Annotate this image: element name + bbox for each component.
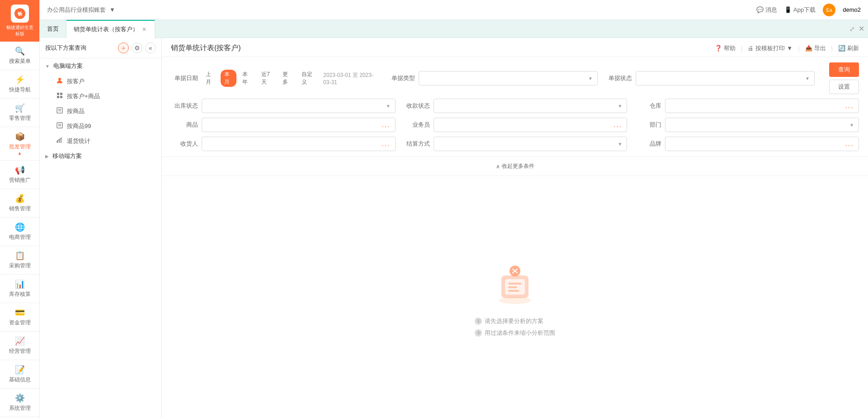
sidebar-item-search[interactable]: 🔍 搜索菜单 (0, 42, 39, 70)
warehouse-input[interactable]: ... (665, 99, 859, 113)
salesperson-label: 业务员 (403, 121, 430, 129)
export-btn[interactable]: 📤 导出 (805, 44, 826, 52)
salesperson-col: 业务员 ... (403, 118, 627, 132)
scheme-refund-stat[interactable]: 退货统计 (40, 133, 161, 148)
scheme-by-product-99[interactable]: 按商品99 (40, 119, 161, 133)
export-icon: 📤 (805, 45, 812, 52)
app-download-label: App下载 (793, 6, 816, 14)
tab-close-icon[interactable]: ✕ (141, 25, 147, 33)
message-icon: 💬 (756, 6, 764, 13)
date-btn-custom[interactable]: 自定义 (297, 69, 319, 87)
tab-bar: 首页 销货单统计表（按客户） ✕ ⤢ ✕ (40, 20, 868, 38)
page-header: 销货单统计表(按客户) ❓ 帮助 | 🖨 按模板打印 ▼ | 📤 (162, 38, 868, 57)
empty-tips: ① 请先选择要分析的方案 ② 用过滤条件来缩小分析范围 (475, 317, 555, 337)
tab-home[interactable]: 首页 (40, 20, 66, 38)
sidebar-item-marketing[interactable]: 📢 营销推广 (0, 161, 39, 189)
settings-btn[interactable]: 设置 (829, 80, 859, 94)
department-select[interactable]: ▼ (665, 118, 859, 132)
logo-icon: 畅 (11, 5, 29, 23)
message-label: 消息 (765, 6, 777, 14)
print-dropdown-icon: ▼ (787, 45, 793, 52)
tip-text-1: 请先选择要分析的方案 (485, 317, 543, 325)
print-btn[interactable]: 🖨 按模板打印 ▼ (748, 44, 793, 52)
date-quick-btns: 上月 本月 本年 近7天 更多 自定义 (202, 69, 319, 87)
filter-row-4: 收货人 ... 结算方式 ▼ 品牌 (171, 137, 859, 151)
sidebar-item-system[interactable]: ⚙️ 系统管理 (0, 389, 39, 417)
print-label: 按模板打印 (755, 44, 785, 52)
sidebar-item-wholesale[interactable]: 📦 批发管理 ▲ (0, 127, 39, 161)
scheme-by-product[interactable]: 按商品 (40, 104, 161, 119)
app-version: 标版 (15, 31, 24, 37)
date-group: 上月 本月 本年 近7天 更多 自定义 2023-03-01 至 2023-03… (202, 69, 381, 87)
warehouse-col: 仓库 ... (634, 99, 859, 113)
collapse-panel-btn[interactable]: « (145, 43, 156, 53)
payment-status-select[interactable]: ▼ (434, 99, 627, 113)
department-arrow-icon: ▼ (849, 123, 854, 128)
add-scheme-btn[interactable]: + (118, 43, 129, 53)
receiver-input[interactable]: ... (202, 137, 396, 151)
out-status-arrow-icon: ▼ (386, 104, 391, 109)
sidebar-item-finance[interactable]: 💳 资金管理 (0, 303, 39, 332)
sidebar-item-ecommerce[interactable]: 🌐 电商管理 (0, 218, 39, 246)
sidebar-item-basic[interactable]: 📝 基础信息 (0, 360, 39, 389)
user-avatar[interactable]: Ea (823, 4, 835, 16)
scheme-settings-btn[interactable]: ⚙ (132, 43, 142, 53)
settlement-col: 结算方式 ▼ (403, 137, 627, 151)
sidebar-item-quick[interactable]: ⚡ 快捷导航 (0, 70, 39, 99)
salesperson-input[interactable]: ... (434, 118, 627, 132)
settlement-select[interactable]: ▼ (434, 137, 627, 151)
sidebar-item-sales[interactable]: 💰 销售管理 (0, 189, 39, 218)
product-input[interactable]: ... (202, 118, 396, 132)
date-btn-thismonth[interactable]: 本月 (221, 70, 237, 87)
tab-close-window-icon[interactable]: ✕ (859, 24, 864, 33)
sales-stat-tab-label: 销货单统计表（按客户） (74, 25, 138, 33)
filter-area: 单据日期 上月 本月 本年 近7天 更多 自定义 2023-03-01 至 20… (162, 57, 868, 157)
divider1: | (741, 45, 742, 52)
filter-row-2: 出库状态 ▼ 收款状态 ▼ 仓库 (171, 99, 859, 113)
sidebar-item-inventory[interactable]: 📊 库存核算 (0, 275, 39, 303)
right-panel: 销货单统计表(按客户) ❓ 帮助 | 🖨 按模板打印 ▼ | 📤 (162, 38, 868, 418)
refresh-btn[interactable]: 🔄 刷新 (838, 44, 859, 52)
scheme-by-customer-product[interactable]: 按客户+商品 (40, 89, 161, 104)
date-btn-more[interactable]: 更多 (278, 69, 296, 87)
warehouse-dots-icon: ... (845, 102, 854, 110)
app-name: 畅捷通好生意 (6, 24, 33, 31)
date-btn-thisyear[interactable]: 本年 (238, 69, 255, 87)
dropdown-arrow-icon[interactable]: ▼ (109, 6, 115, 13)
order-status-select[interactable]: ▼ (636, 71, 815, 86)
date-btn-lastmonth[interactable]: 上月 (202, 69, 219, 87)
help-btn[interactable]: ❓ 帮助 (715, 44, 736, 52)
scheme-by-customer[interactable]: 按客户 (40, 74, 161, 89)
ecommerce-icon: 🌐 (15, 222, 25, 232)
sidebar-item-purchase[interactable]: 📋 采购管理 (0, 246, 39, 275)
tab-maximize-icon[interactable]: ⤢ (849, 25, 855, 33)
brand-input[interactable]: ... (665, 137, 859, 151)
query-btn[interactable]: 查询 (829, 62, 859, 77)
mobile-scheme-section[interactable]: ▶ 移动端方案 (40, 148, 161, 164)
scheme-by-customer-product-label: 按客户+商品 (67, 92, 100, 100)
help-label: 帮助 (724, 44, 736, 52)
scheme-refund-stat-label: 退货统计 (67, 137, 90, 145)
order-type-select[interactable]: ▼ (419, 71, 598, 86)
sidebar-item-sales-label: 销售管理 (9, 205, 31, 213)
mobile-section-chevron-icon: ▶ (45, 154, 49, 159)
tip-num-1: ① (475, 318, 482, 325)
sidebar-item-retail[interactable]: 🛒 零售管理 (0, 99, 39, 127)
home-tab-label: 首页 (47, 25, 59, 33)
sidebar-item-system-label: 系统管理 (9, 404, 31, 412)
collapse-filters-btn[interactable]: ∧ 收起更多条件 (491, 161, 540, 172)
date-filter-col: 单据日期 上月 本月 本年 近7天 更多 自定义 2023-03-01 至 20… (171, 69, 381, 87)
header-left: 办公用品行业模拟账套 ▼ (47, 6, 115, 14)
order-type-arrow-icon: ▼ (588, 76, 593, 81)
purchase-icon: 📋 (15, 251, 25, 261)
app-download-btn[interactable]: 📱 App下载 (784, 6, 816, 14)
message-btn[interactable]: 💬 消息 (756, 6, 777, 14)
date-btn-7days[interactable]: 近7天 (257, 69, 277, 87)
tab-sales-stat[interactable]: 销货单统计表（按客户） ✕ (66, 20, 155, 38)
scheme-by-product-label: 按商品 (67, 107, 85, 115)
desktop-scheme-section[interactable]: ▼ 电脑端方案 (40, 58, 161, 74)
sidebar-item-operations[interactable]: 📈 经营管理 (0, 332, 39, 360)
tip-text-2: 用过滤条件来缩小分析范围 (485, 329, 555, 337)
out-status-select[interactable]: ▼ (202, 99, 396, 113)
app-logo: 畅 畅捷通好生意 标版 (0, 0, 40, 42)
